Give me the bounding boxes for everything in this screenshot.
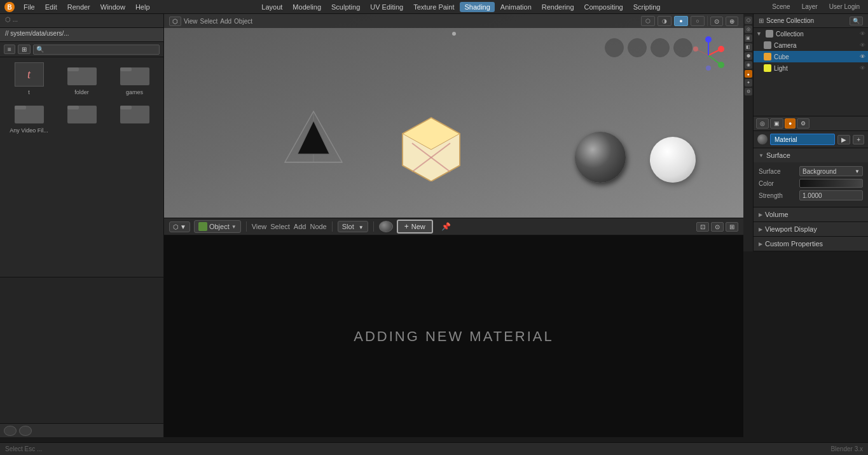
tab-scripting[interactable]: Scripting bbox=[629, 2, 665, 12]
volume-section-header[interactable]: ▶ Volume bbox=[754, 207, 868, 221]
eye-icon[interactable]: 👁 bbox=[860, 53, 865, 60]
prop-tab-material-active[interactable]: ● bbox=[785, 118, 796, 129]
surface-dropdown[interactable]: Background ▼ bbox=[799, 166, 863, 176]
material-sphere-icon[interactable] bbox=[379, 221, 393, 232]
tab-shading[interactable]: Shading bbox=[460, 2, 494, 12]
view-menu[interactable]: View bbox=[252, 223, 267, 230]
props-icon-physics[interactable]: ⚙ bbox=[745, 88, 752, 95]
tab-uv-editing[interactable]: UV Editing bbox=[366, 2, 408, 12]
pin-button[interactable]: 📌 bbox=[437, 220, 455, 233]
plus-icon: + bbox=[404, 222, 409, 231]
tab-rendering[interactable]: Rendering bbox=[537, 2, 579, 12]
right-panels: ⬡ ◎ ▣ ◧ ⬢ ◉ ● ✦ ⚙ ⊞ Scene Collection bbox=[743, 14, 868, 437]
tab-texture-paint[interactable]: Texture Paint bbox=[409, 2, 458, 12]
menu-edit[interactable]: Edit bbox=[41, 2, 62, 12]
eye-icon[interactable]: 👁 bbox=[860, 42, 865, 48]
tab-compositing[interactable]: Compositing bbox=[580, 2, 628, 12]
user-prefs[interactable]: User Login bbox=[825, 2, 864, 11]
list-item[interactable] bbox=[58, 101, 106, 134]
editor-type-btn[interactable]: ⬡ ▼ bbox=[169, 221, 190, 232]
fit-view-btn[interactable]: ⊡ bbox=[696, 222, 709, 232]
overlay-toggle-btn[interactable]: ⊙ bbox=[711, 222, 724, 232]
outliner-item-camera[interactable]: Camera 👁 bbox=[754, 39, 868, 51]
nav-back-btn[interactable] bbox=[4, 426, 17, 436]
file-grid-view-btn[interactable]: ⊞ bbox=[18, 45, 31, 54]
strength-prop-label: Strength bbox=[759, 192, 797, 199]
tab-animation[interactable]: Animation bbox=[496, 2, 536, 12]
props-icon-render[interactable]: ◎ bbox=[745, 25, 752, 33]
outliner-item-cube[interactable]: Cube 👁 bbox=[754, 51, 868, 62]
menu-file[interactable]: File bbox=[19, 2, 39, 12]
menu-window[interactable]: Window bbox=[96, 2, 130, 12]
outliner-filter-btn[interactable]: 🔍 bbox=[850, 17, 863, 25]
menu-render[interactable]: Render bbox=[63, 2, 95, 12]
slot-dropdown[interactable]: Slot ▼ bbox=[338, 221, 368, 232]
surface-section-header[interactable]: ▼ Surface bbox=[754, 148, 868, 162]
viewport-gizmo-btn[interactable]: ⊕ bbox=[726, 17, 738, 26]
eye-icon[interactable]: 👁 bbox=[860, 65, 865, 71]
list-item[interactable] bbox=[111, 101, 158, 134]
snapping-btn[interactable]: ⊞ bbox=[726, 222, 738, 232]
props-icon-scene[interactable]: ⬡ bbox=[745, 17, 752, 24]
viewport-display-section-header[interactable]: ▶ Viewport Display bbox=[754, 222, 868, 236]
viewport-display-section: ▶ Viewport Display bbox=[754, 222, 868, 237]
node-menu[interactable]: Node bbox=[310, 223, 326, 230]
material-browse-btn[interactable]: ▶ bbox=[837, 135, 850, 144]
list-item[interactable]: games bbox=[111, 62, 158, 95]
viewport[interactable]: ⬡ View Select Add Object ⬡ ◑ ● ○ ⊙ ⊕ bbox=[164, 14, 743, 218]
mode-dropdown[interactable]: Object ▼ bbox=[194, 220, 241, 233]
props-icon-scene2[interactable]: ⬢ bbox=[745, 52, 752, 60]
props-icon-world[interactable]: ◉ bbox=[745, 61, 752, 69]
custom-props-section-header[interactable]: ▶ Custom Properties bbox=[754, 237, 868, 251]
props-icon-particle[interactable]: ✦ bbox=[745, 79, 752, 87]
prop-tab-render[interactable]: ◎ bbox=[756, 118, 769, 129]
left-panel-bottom bbox=[0, 277, 163, 423]
prop-tab-settings[interactable]: ⚙ bbox=[797, 118, 809, 129]
nav-forward-btn[interactable] bbox=[19, 426, 32, 436]
new-material-button[interactable]: + New bbox=[397, 220, 433, 234]
list-item[interactable]: folder bbox=[58, 62, 106, 95]
properties-panel: ◎ ▣ ● ⚙ Material ▶ + bbox=[754, 116, 868, 251]
list-item[interactable]: t t bbox=[5, 62, 53, 95]
viewport-editor-type[interactable]: ⬡ bbox=[169, 17, 181, 26]
viewport-object-menu[interactable]: Object bbox=[234, 18, 252, 25]
props-icon-output[interactable]: ▣ bbox=[745, 34, 752, 42]
material-name-input[interactable]: Material bbox=[770, 134, 835, 145]
outliner-item-light[interactable]: Light 👁 bbox=[754, 62, 868, 74]
editor-type-chevron: ▼ bbox=[180, 223, 186, 230]
viewport-shading-render[interactable]: ○ bbox=[691, 16, 705, 26]
viewport-shading-wire[interactable]: ⬡ bbox=[641, 16, 655, 26]
mode-label: Object bbox=[209, 223, 230, 230]
layer-selector[interactable]: Layer bbox=[797, 2, 822, 11]
list-item[interactable]: Any Video Fil... bbox=[5, 101, 53, 134]
collection-color-dot bbox=[766, 30, 773, 38]
prop-tab-output[interactable]: ▣ bbox=[770, 118, 783, 129]
tab-layout[interactable]: Layout bbox=[257, 2, 287, 12]
viewport-view-menu[interactable]: View bbox=[184, 18, 198, 25]
file-list-view-btn[interactable]: ≡ bbox=[4, 45, 15, 54]
menu-help[interactable]: Help bbox=[131, 2, 155, 12]
viewport-shading-material[interactable]: ● bbox=[674, 16, 688, 26]
props-icon-view[interactable]: ◧ bbox=[745, 43, 752, 51]
props-icon-material-active[interactable]: ● bbox=[745, 70, 752, 78]
file-search-input[interactable]: 🔍 bbox=[33, 45, 160, 55]
material-add-btn[interactable]: + bbox=[853, 135, 864, 144]
viewport-select-menu[interactable]: Select bbox=[200, 18, 218, 25]
select-menu[interactable]: Select bbox=[270, 223, 290, 230]
node-editor-canvas[interactable]: ADDING NEW MATERIAL bbox=[164, 235, 743, 437]
props-icon-strip: ⬡ ◎ ▣ ◧ ⬢ ◉ ● ✦ ⚙ bbox=[743, 14, 754, 251]
viewport-shading-solid[interactable]: ◑ bbox=[658, 16, 672, 26]
strength-value[interactable]: 1.0000 bbox=[799, 190, 863, 200]
surface-section: ▼ Surface Surface Background ▼ bbox=[754, 148, 868, 207]
viewport-overlay-btn[interactable]: ⊙ bbox=[710, 17, 723, 26]
scene-selector[interactable]: Scene bbox=[768, 2, 794, 11]
eye-icon[interactable]: 👁 bbox=[860, 31, 865, 37]
outliner-item-label: Camera bbox=[774, 42, 857, 49]
status-bar: Select Esc ... Blender 3.x bbox=[0, 442, 868, 455]
add-menu[interactable]: Add bbox=[294, 223, 307, 230]
color-picker[interactable] bbox=[799, 179, 863, 188]
tab-modeling[interactable]: Modeling bbox=[288, 2, 326, 12]
tab-sculpting[interactable]: Sculpting bbox=[327, 2, 364, 12]
viewport-add-menu[interactable]: Add bbox=[220, 18, 231, 25]
outliner-item-collection[interactable]: ▼ Collection 👁 bbox=[754, 28, 868, 39]
